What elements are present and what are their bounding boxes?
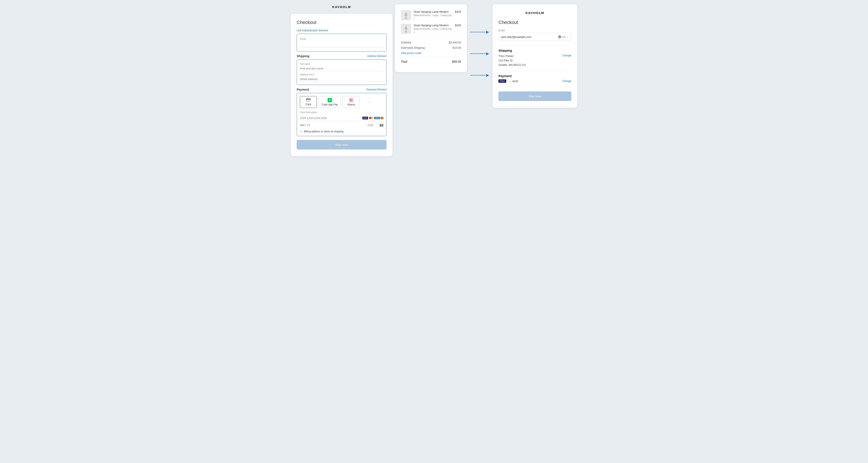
payment-label: Payment xyxy=(297,88,309,91)
card-brand-icons: VISA AMEX D xyxy=(362,117,383,120)
arrow-1: ▶ xyxy=(470,30,489,34)
item-2-thumbnail xyxy=(401,24,411,34)
arrow-head-2: ▶ xyxy=(486,51,489,56)
svg-rect-0 xyxy=(306,98,310,101)
expiry-input[interactable] xyxy=(300,124,368,127)
payment-change-link[interactable]: Change xyxy=(562,79,571,82)
checkout-form-card: Checkout Link Authentication Element Ema… xyxy=(291,14,393,156)
billing-row: ✓ Billing address is same as shipping xyxy=(300,130,383,133)
email-display-row: jane.diaz@example.com ⊕ link ⋮ xyxy=(498,33,571,41)
email-field-label: Email xyxy=(300,38,383,40)
card-number-row: VISA AMEX D xyxy=(300,115,383,121)
svg-rect-1 xyxy=(306,99,310,99)
total-line: Total $99.00 xyxy=(401,60,461,63)
promo-label[interactable]: Add promo code xyxy=(401,52,421,55)
payment-tabs: Card S Cash App Pay K Klarna · xyxy=(300,96,383,108)
cash-app-icon: S xyxy=(328,98,332,102)
visa-logo: VISA xyxy=(498,79,506,83)
item-2-meta: Matte Anthracite · Large · Ceiling Qty: … xyxy=(414,27,453,34)
shipping-line: Estimated Shipping $15.00 xyxy=(401,46,461,49)
item-2-details: Dusk Hanging Lamp Modern Matte Anthracit… xyxy=(414,24,453,34)
arrow-head-3: ▶ xyxy=(486,73,489,77)
payment-completed-header: Payment xyxy=(498,74,571,78)
shipping-change-link[interactable]: Change xyxy=(562,54,571,57)
card-tab-label: Card xyxy=(306,103,311,106)
card-number-input[interactable] xyxy=(300,117,362,120)
more-tab[interactable]: ··· xyxy=(361,96,378,108)
email-input-box: Email xyxy=(297,34,386,52)
pay-now-button-right[interactable]: Pay now xyxy=(498,92,571,101)
shipping-name: Theo Parker xyxy=(498,54,526,59)
email-completed-label: Email xyxy=(498,29,571,32)
card-dots: ···· xyxy=(508,79,512,83)
right-checkout-card: KAVHOLM Checkout Email jane.diaz@example… xyxy=(493,4,577,108)
email-display-value: jane.diaz@example.com xyxy=(501,35,558,38)
card-tab[interactable]: Card xyxy=(300,96,317,108)
cash-app-tab-label: Cash App Pay xyxy=(322,103,338,106)
brand-logo-right: KAVHOLM xyxy=(498,10,571,14)
discover-icon: D xyxy=(381,117,383,119)
arrow-3: ▶ xyxy=(470,73,489,77)
total-value: $99.00 xyxy=(452,60,461,63)
shipping-details: Theo Parker 123 Pike St Seattle, WA 9812… xyxy=(498,54,526,67)
payment-completed-section: Payment VISA ···· 4242 Change xyxy=(498,74,571,83)
address-element-label: Address Element xyxy=(367,55,386,58)
card-tab-icon xyxy=(306,98,310,102)
arrows-section: ▶ ▶ ▶ xyxy=(470,4,489,77)
address-label: Address line 1 xyxy=(300,73,383,76)
item-2-name: Dusk Hanging Lamp Modern xyxy=(414,24,453,27)
more-icon: ··· xyxy=(367,99,372,105)
order-item-2: Dusk Hanging Lamp Modern Matte Anthracit… xyxy=(401,24,461,34)
email-menu-dots[interactable]: ⋮ xyxy=(566,35,568,38)
payment-box: Card S Cash App Pay K Klarna · xyxy=(297,93,386,136)
klarna-icon: K xyxy=(349,98,353,102)
subtotal-label: Subtotal xyxy=(401,41,411,44)
payment-info-row: VISA ···· 4242 Change xyxy=(498,79,571,83)
full-name-input[interactable] xyxy=(300,66,383,71)
section-divider-1 xyxy=(498,45,571,45)
shipping-completed-section: Shipping Theo Parker 123 Pike St Seattle… xyxy=(498,49,571,67)
pay-now-button-left[interactable]: Pay now xyxy=(297,140,386,150)
visa-info: VISA ···· 4242 xyxy=(498,79,518,83)
link-auth-label: Link Authentication Element xyxy=(297,29,328,32)
card-info-label: Card information xyxy=(300,111,383,113)
svg-point-5 xyxy=(405,32,407,32)
total-label: Total xyxy=(401,60,407,63)
shipping-label: Shipping xyxy=(297,55,309,58)
full-name-label: Full name xyxy=(300,63,383,65)
cash-app-tab[interactable]: S Cash App Pay xyxy=(318,96,341,108)
promo-line[interactable]: Add promo code xyxy=(401,52,461,55)
brand-logo-left: KAVHOLM xyxy=(291,4,393,9)
address-input[interactable] xyxy=(300,77,383,82)
visa-icon: VISA xyxy=(362,117,368,120)
address-row: Address line 1 xyxy=(300,73,383,82)
payment-element-label: Payment Element xyxy=(366,88,386,91)
card-last4-display: ···· 4242 xyxy=(508,79,518,83)
link-auth-section-header: Link Authentication Element xyxy=(297,29,386,32)
arrow-2: ▶ xyxy=(470,51,489,56)
dashed-line-1 xyxy=(470,32,487,32)
email-completed-section: Email jane.diaz@example.com ⊕ link ⋮ xyxy=(498,29,571,41)
item-2-price: $325 xyxy=(455,24,461,27)
billing-checkbox-label: Billing address is same as shipping xyxy=(304,130,343,133)
payment-section: Payment Payment Element xyxy=(297,88,386,136)
dashed-line-3 xyxy=(470,75,487,75)
order-items-list: Dusk Hanging Lamp Modern Matte Anthracit… xyxy=(401,10,461,34)
amex-icon: AMEX xyxy=(374,117,380,119)
shipping-completed-header: Shipping xyxy=(498,49,571,52)
item-1-thumbnail xyxy=(401,10,411,20)
subtotal-line: Subtotal $2,840.00 xyxy=(401,41,461,44)
shipping-info-row: Theo Parker 123 Pike St Seattle, WA 9812… xyxy=(498,54,571,67)
svg-point-3 xyxy=(405,18,407,19)
subtotal-value: $2,840.00 xyxy=(449,41,461,44)
item-1-meta: Matte Anthracite · Large · Ceiling Qty: … xyxy=(414,14,453,20)
shipping-section-header: Shipping Address Element xyxy=(297,55,386,58)
svg-rect-2 xyxy=(406,16,406,18)
klarna-tab[interactable]: K Klarna xyxy=(343,96,360,108)
cvc-input[interactable] xyxy=(368,124,378,127)
item-1-details: Dusk Hanging Lamp Modern Matte Anthracit… xyxy=(414,10,453,20)
item-1-name: Dusk Hanging Lamp Modern xyxy=(414,10,453,13)
klarna-tab-label: Klarna xyxy=(347,103,355,106)
checkout-title-left: Checkout xyxy=(297,20,386,25)
email-input[interactable] xyxy=(300,41,383,47)
